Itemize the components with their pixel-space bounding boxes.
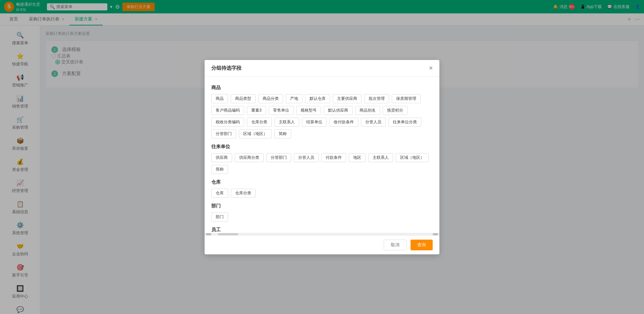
field-tag-product-2[interactable]: 商品分类 bbox=[258, 94, 283, 103]
field-tag-product-15[interactable]: 税收分类编码 bbox=[211, 118, 244, 127]
field-tag-product-5[interactable]: 主要供应商 bbox=[333, 94, 362, 103]
modal-horizontal-scrollbar[interactable] bbox=[205, 233, 439, 235]
field-tag-product-3[interactable]: 产地 bbox=[286, 94, 303, 103]
field-tag-product-7[interactable]: 保质期管理 bbox=[392, 94, 421, 103]
field-tag-partner-2[interactable]: 分管部门 bbox=[266, 153, 291, 162]
field-tag-product-24[interactable]: 简称 bbox=[274, 129, 291, 138]
section-title-employee: 员工 bbox=[211, 227, 433, 233]
confirm-button[interactable]: 查询 bbox=[411, 240, 433, 250]
field-tag-partner-7[interactable]: 区域（地区） bbox=[396, 153, 429, 162]
modal-close-button[interactable]: × bbox=[429, 65, 433, 72]
field-tag-product-8[interactable]: 客户商品编码 bbox=[211, 106, 244, 115]
field-tag-product-6[interactable]: 批次管理 bbox=[364, 94, 389, 103]
field-tag-product-11[interactable]: 规格型号 bbox=[296, 106, 321, 115]
section-title-department: 部门 bbox=[211, 203, 433, 209]
field-tag-partner-4[interactable]: 付款条件 bbox=[321, 153, 346, 162]
field-tag-product-21[interactable]: 往来单位分类 bbox=[388, 118, 421, 127]
field-tag-product-14[interactable]: 拣货积分 bbox=[383, 106, 408, 115]
field-tag-product-1[interactable]: 商品类型 bbox=[231, 94, 256, 103]
field-tag-product-0[interactable]: 商品 bbox=[211, 94, 228, 103]
modal-header: 分组待选字段 × bbox=[205, 60, 439, 77]
field-tag-dept-0[interactable]: 部门 bbox=[211, 212, 228, 222]
field-tag-product-18[interactable]: 结算单位 bbox=[302, 118, 327, 127]
field-group-product: 商品 商品类型 商品分类 产地 默认仓库 主要供应商 批次管理 保质期管理 客户… bbox=[211, 94, 433, 138]
field-group-warehouse: 仓库 仓库分类 bbox=[211, 189, 433, 198]
field-tag-product-23[interactable]: 区域（地区） bbox=[239, 129, 272, 138]
field-tag-product-19[interactable]: 收付款条件 bbox=[329, 118, 358, 127]
field-tag-product-9[interactable]: 重量3 bbox=[247, 106, 266, 115]
modal-title: 分组待选字段 bbox=[211, 65, 241, 71]
field-tag-product-17[interactable]: 主联系人 bbox=[274, 118, 299, 127]
field-tag-warehouse-0[interactable]: 仓库 bbox=[211, 189, 228, 198]
field-tag-partner-8[interactable]: 简称 bbox=[211, 165, 228, 174]
field-tag-product-13[interactable]: 商品别名 bbox=[355, 106, 380, 115]
field-tag-partner-6[interactable]: 主联系人 bbox=[368, 153, 393, 162]
field-tag-product-22[interactable]: 分管部门 bbox=[211, 129, 236, 138]
field-tag-warehouse-1[interactable]: 仓库分类 bbox=[231, 189, 256, 198]
field-tag-product-20[interactable]: 分管人员 bbox=[361, 118, 386, 127]
field-tag-partner-5[interactable]: 地区 bbox=[349, 153, 366, 162]
field-tag-partner-1[interactable]: 供应商分类 bbox=[235, 153, 264, 162]
cancel-button[interactable]: 取消 bbox=[384, 240, 407, 250]
field-tag-product-16[interactable]: 仓库分类 bbox=[247, 118, 272, 127]
section-title-product: 商品 bbox=[211, 85, 433, 91]
field-tag-product-10[interactable]: 零售单位 bbox=[269, 106, 293, 115]
field-tag-product-4[interactable]: 默认仓库 bbox=[305, 94, 330, 103]
field-tag-partner-3[interactable]: 分管人员 bbox=[294, 153, 319, 162]
modal-footer: 取消 查询 bbox=[205, 235, 439, 254]
field-select-modal: 分组待选字段 × 商品 商品 商品类型 商品分类 产地 默认仓库 主要供应商 批… bbox=[205, 60, 439, 254]
field-group-partner: 供应商 供应商分类 分管部门 分管人员 付款条件 地区 主联系人 区域（地区） … bbox=[211, 153, 433, 174]
field-tag-product-12[interactable]: 默认供应商 bbox=[324, 106, 353, 115]
section-title-partner: 往来单位 bbox=[211, 144, 433, 150]
modal-body[interactable]: 商品 商品 商品类型 商品分类 产地 默认仓库 主要供应商 批次管理 保质期管理… bbox=[205, 77, 439, 233]
section-title-warehouse: 仓库 bbox=[211, 179, 433, 185]
field-group-department: 部门 bbox=[211, 212, 433, 222]
field-tag-partner-0[interactable]: 供应商 bbox=[211, 153, 232, 162]
